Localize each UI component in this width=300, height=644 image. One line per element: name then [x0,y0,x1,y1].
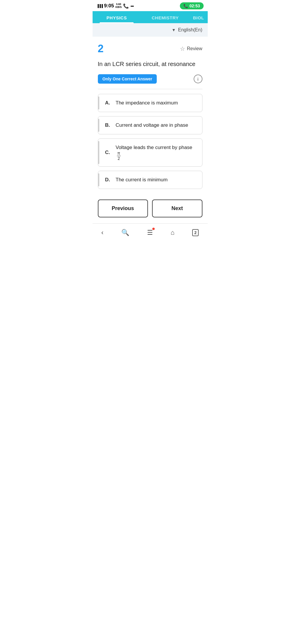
search-button[interactable]: 🔍 [119,228,132,238]
status-left: ▐▐▐ 9:05 3.60KB/S 📞 ••• [97,3,134,9]
question-number: 2 [98,43,104,55]
option-c-letter: C. [105,150,116,155]
divider [98,89,202,89]
option-d[interactable]: D. The current is minimum [98,171,202,189]
dots-icon: ••• [130,4,134,8]
question-area: 2 ☆ Review In an LCR series circuit, at … [93,37,208,195]
status-bar: ▐▐▐ 9:05 3.60KB/S 📞 ••• 📞 02:53 [93,0,208,11]
option-b[interactable]: B. Current and voltage are in phase [98,116,202,134]
review-label: Review [187,46,202,51]
option-b-letter: B. [105,122,116,128]
tab-physics[interactable]: PHYSICS [93,11,141,23]
bottom-nav: ‹ 🔍 ☰ ⌂ 2 [93,223,208,241]
back-button[interactable]: ‹ [99,228,106,238]
option-a-letter: A. [105,100,116,106]
previous-button[interactable]: Previous [98,200,148,217]
option-a[interactable]: A. The impedance is maximum [98,94,202,112]
option-c[interactable]: C. Voltage leads the current by phase π … [98,138,202,167]
language-row: ▼ English(En) [93,23,208,37]
page-count-button[interactable]: 2 [190,228,201,237]
menu-badge [152,228,155,230]
nav-buttons: Previous Next [93,195,208,223]
option-b-text: Current and voltage are in phase [116,122,188,129]
signal-icon: ▐▐▐ [97,4,103,8]
star-icon: ☆ [180,45,185,52]
options-list: A. The impedance is maximum B. Current a… [98,94,202,192]
kb-label: 3.60KB/S [115,3,122,9]
home-icon: ⌂ [171,229,174,236]
language-selector[interactable]: ▼ English(En) [172,27,202,33]
tab-bar: PHYSICS CHEMISTRY BIOL [93,11,208,23]
info-icon[interactable]: i [194,75,202,83]
phone-icon: 📞 [123,3,129,9]
menu-icon: ☰ [147,229,153,236]
call-timer: 02:53 [190,4,200,8]
badge-row: Only One Correct Answer i [98,74,202,84]
fraction-denominator: 2 [117,156,120,161]
next-button[interactable]: Next [152,200,202,217]
language-label: English(En) [178,27,202,33]
tab-biology[interactable]: BIOL [190,11,208,23]
question-text: In an LCR series circuit, at resonance [98,60,202,68]
option-a-text: The impedance is maximum [116,99,178,107]
call-icon: 📞 [183,4,188,8]
status-right: 📞 02:53 [180,2,204,9]
menu-button[interactable]: ☰ [145,228,155,238]
tab-chemistry[interactable]: CHEMISTRY [141,11,190,23]
page-count: 2 [192,229,199,236]
only-one-badge: Only One Correct Answer [98,74,157,84]
option-d-letter: D. [105,177,116,183]
home-button[interactable]: ⌂ [168,228,177,238]
question-header: 2 ☆ Review [98,43,202,55]
fraction-numerator: π [117,151,121,156]
call-badge: 📞 02:53 [180,2,204,9]
option-d-text: The current is minimum [116,176,168,183]
time: 9:05 [104,3,114,9]
option-c-text: Voltage leads the current by phase π 2 [116,144,197,161]
search-icon: 🔍 [121,229,129,236]
back-icon: ‹ [101,229,103,236]
fraction-pi-2: π 2 [117,151,121,161]
chevron-down-icon: ▼ [172,28,176,32]
review-button[interactable]: ☆ Review [180,45,202,52]
